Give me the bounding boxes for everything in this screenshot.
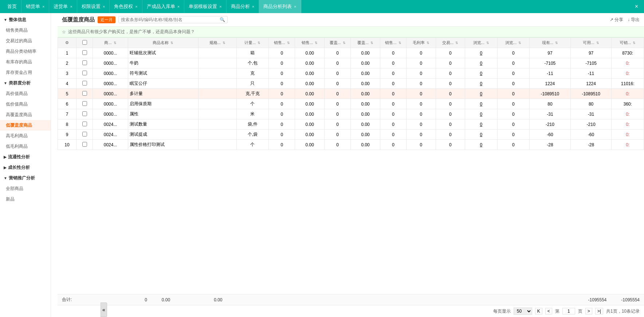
row-select-checkbox[interactable]	[82, 50, 87, 55]
row-select-checkbox[interactable]	[82, 101, 87, 106]
col-sale-qty-header[interactable]: 销售... ⇅	[269, 38, 295, 48]
row-checkbox[interactable]	[76, 99, 93, 109]
nav-tab-purchase-close[interactable]: ×	[70, 4, 72, 9]
row-browse1[interactable]: 0	[465, 140, 498, 150]
sidebar-section-circulation[interactable]: ▶ 流通性分析	[0, 152, 51, 162]
nav-tab-analysis-list-close[interactable]: ×	[294, 4, 296, 9]
nav-tab-role[interactable]: 角色授权 ×	[110, 0, 142, 13]
col-code-header[interactable]: 商... ⇅	[93, 38, 128, 48]
sidebar-item-high-coverage[interactable]: 高覆盖度商品	[0, 110, 51, 120]
row-browse1[interactable]: 0	[465, 89, 498, 99]
sidebar-section-overall-label: 整体信息	[9, 17, 26, 23]
row-unit: 袋,件	[236, 119, 269, 130]
last-page-button[interactable]: >|	[595, 308, 603, 314]
sidebar-item-all-goods[interactable]: 全部商品	[0, 183, 51, 194]
row-select-checkbox[interactable]	[82, 91, 87, 96]
nav-tab-sales[interactable]: 销货单 ×	[21, 0, 49, 13]
col-browse1-header[interactable]: 浏览... ⇅	[465, 38, 498, 48]
row-checkbox[interactable]	[76, 48, 93, 58]
col-trade-header[interactable]: 交易... ⇅	[436, 38, 465, 48]
row-browse1[interactable]: 0	[465, 48, 498, 58]
row-browse1[interactable]: 0	[465, 130, 498, 140]
col-cover1-header[interactable]: 覆盖... ⇅	[324, 38, 350, 48]
col-sale3-header[interactable]: 销售... ⇅	[380, 38, 406, 48]
sidebar-collapse-button[interactable]: «	[101, 302, 107, 317]
col-spec-header[interactable]: 规格... ⇅	[198, 38, 236, 48]
col-checkbox-header[interactable]	[76, 38, 93, 48]
sidebar-item-low-coverage[interactable]: 低覆盖度商品	[0, 120, 51, 131]
row-checkbox[interactable]	[76, 89, 93, 99]
row-browse1[interactable]: 0	[465, 79, 498, 89]
select-all-checkbox[interactable]	[82, 40, 87, 45]
row-checkbox[interactable]	[76, 130, 93, 140]
sidebar-item-stock-capital[interactable]: 库存资金占用	[0, 67, 51, 78]
row-checkbox[interactable]	[76, 109, 93, 119]
row-select-checkbox[interactable]	[82, 142, 87, 147]
row-browse1[interactable]: 0	[465, 68, 498, 79]
nav-tab-analysis-list[interactable]: 商品分析列表 ×	[259, 0, 301, 13]
sidebar-item-traded-goods[interactable]: 交易过的商品	[0, 36, 51, 46]
col-stock2-header[interactable]: 可用... ⇅	[570, 38, 612, 48]
nav-tab-warehouse-close[interactable]: ×	[177, 4, 180, 9]
sidebar-item-high-value[interactable]: 高价值商品	[0, 88, 51, 99]
prev-page-button[interactable]: <	[545, 308, 552, 314]
nav-tab-permission-close[interactable]: ×	[103, 4, 105, 9]
page-input[interactable]	[562, 308, 575, 314]
row-browse1[interactable]: 0	[465, 119, 498, 130]
nav-tab-sales-close[interactable]: ×	[42, 4, 44, 9]
col-name-header[interactable]: 商品名称 ⇅	[128, 38, 198, 48]
sidebar-section-marketing[interactable]: ▼ 营销推广分析	[0, 173, 51, 183]
sidebar-section-group[interactable]: ▼ 类群度分析	[0, 78, 51, 88]
row-select-checkbox[interactable]	[82, 111, 87, 116]
nav-tab-permission[interactable]: 权限设置 ×	[77, 0, 110, 13]
period-button[interactable]: 近一月	[98, 16, 115, 23]
nav-tab-template-close[interactable]: ×	[219, 4, 221, 9]
close-all-tabs[interactable]: ×	[632, 3, 641, 10]
export-button[interactable]: ↓ 导出	[628, 17, 640, 23]
sidebar-item-high-margin[interactable]: 高毛利商品	[0, 131, 51, 141]
nav-tab-analysis-close[interactable]: ×	[252, 4, 254, 9]
row-select-checkbox[interactable]	[82, 122, 87, 126]
col-stock1-header[interactable]: 现有... ⇅	[530, 38, 571, 48]
search-input[interactable]	[121, 17, 220, 22]
nav-tab-role-close[interactable]: ×	[135, 4, 137, 9]
sidebar-section-growth[interactable]: ▶ 成长性分析	[0, 162, 51, 173]
col-browse2-header[interactable]: 浏览... ⇅	[497, 38, 530, 48]
row-select-checkbox[interactable]	[82, 71, 87, 75]
row-select-checkbox[interactable]	[82, 132, 87, 136]
row-checkbox[interactable]	[76, 140, 93, 150]
row-checkbox[interactable]	[76, 119, 93, 130]
first-page-button[interactable]: K	[535, 308, 542, 314]
sidebar-item-stocked-goods[interactable]: 有库存的商品	[0, 57, 51, 67]
col-margin-header[interactable]: 毛利率 ⇅	[407, 38, 436, 48]
table-row: 10 0024... 属性价格打印测试 个 0 0.00 0 0.00 0 0 …	[58, 140, 644, 150]
row-checkbox[interactable]	[76, 58, 93, 68]
col-cover2-header[interactable]: 覆盖... ⇅	[351, 38, 380, 48]
col-sale-amt-header[interactable]: 销售... ⇅	[295, 38, 324, 48]
nav-tab-purchase[interactable]: 进货单 ×	[49, 0, 77, 13]
col-unit-header[interactable]: 计量... ⇅	[236, 38, 269, 48]
nav-tab-home[interactable]: 首页	[3, 0, 21, 13]
nav-tab-analysis[interactable]: 商品分析 ×	[227, 0, 259, 13]
sidebar-item-low-margin[interactable]: 低毛利商品	[0, 141, 51, 152]
per-page-select[interactable]: 50 20 100	[514, 308, 532, 315]
row-checkbox[interactable]	[76, 79, 93, 89]
sidebar-item-sales-goods[interactable]: 销售类商品	[0, 25, 51, 36]
nav-tab-template[interactable]: 单据模板设置 ×	[184, 0, 226, 13]
sidebar-item-category-rate[interactable]: 商品分类动销率	[0, 46, 51, 57]
sidebar-item-new-goods[interactable]: 新品	[0, 194, 51, 205]
nav-tab-warehouse[interactable]: 产成品入库单 ×	[142, 0, 184, 13]
row-browse1[interactable]: 0	[465, 109, 498, 119]
share-button[interactable]: ↗ 分享	[610, 17, 623, 23]
next-page-button[interactable]: >	[585, 308, 592, 314]
row-checkbox[interactable]	[76, 68, 93, 79]
row-browse1[interactable]: 0	[465, 99, 498, 109]
sidebar-item-low-value[interactable]: 低价值商品	[0, 99, 51, 110]
col-settings[interactable]: ⚙	[58, 38, 76, 48]
col-sellable-header[interactable]: 可销... ⇅	[612, 38, 644, 48]
sidebar-section-overall[interactable]: ▼ 整体信息	[0, 15, 51, 25]
row-select-checkbox[interactable]	[82, 60, 87, 65]
search-icon[interactable]: 🔍	[220, 17, 225, 22]
row-select-checkbox[interactable]	[82, 81, 87, 86]
row-browse1[interactable]: 0	[465, 58, 498, 68]
